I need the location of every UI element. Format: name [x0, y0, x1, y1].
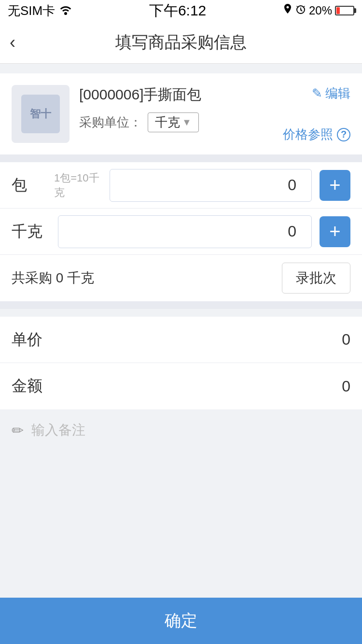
dropdown-arrow-icon: ▼	[182, 117, 192, 128]
price-reference-button[interactable]: 价格参照 ?	[283, 126, 350, 143]
confirm-button[interactable]: 确定	[0, 598, 362, 644]
pencil-icon: ✏	[12, 422, 24, 439]
amount-row: 金额 0	[0, 363, 362, 409]
summary-row: 共采购 0 千克 录批次	[0, 255, 362, 301]
kg-plus-button[interactable]: +	[320, 216, 350, 247]
bag-sub-label: 1包=10千克	[54, 171, 102, 200]
unit-price-row: 单价 0	[0, 317, 362, 363]
product-thumbnail: 智十	[12, 85, 70, 143]
amount-label: 金额	[12, 376, 42, 397]
info-icon: ?	[337, 128, 350, 141]
page-title: 填写商品采购信息	[115, 31, 247, 54]
product-card: 智十 [0000006]手撕面包 采购单位： 千克 ▼ ✎ 编辑 价格参照 ?	[0, 73, 362, 154]
remark-section[interactable]: ✏ 输入备注	[0, 409, 362, 487]
unit-price-value: 0	[342, 331, 350, 349]
edit-button[interactable]: ✎ 编辑	[312, 85, 350, 102]
summary-amount: 0	[56, 270, 64, 285]
remark-placeholder: 输入备注	[31, 421, 85, 439]
amount-value: 0	[342, 378, 350, 395]
carrier-label: 无SIM卡	[8, 2, 55, 19]
divider-2	[0, 301, 362, 309]
product-thumb-logo: 智十	[21, 95, 60, 133]
status-bar: 无SIM卡 下午6:12 20%	[0, 0, 362, 21]
price-section: 单价 0 金额 0	[0, 317, 362, 409]
bag-label: 包	[12, 175, 50, 196]
summary-text: 共采购 0 千克	[12, 269, 94, 287]
battery-icon	[335, 6, 354, 15]
divider-1	[0, 154, 362, 162]
battery-percent: 20%	[309, 4, 332, 17]
nav-bar: ‹ 填写商品采购信息	[0, 21, 362, 64]
status-time: 下午6:12	[149, 1, 206, 21]
kg-label: 千克	[12, 221, 50, 242]
status-right: 20%	[283, 4, 354, 17]
unit-label: 采购单位：	[79, 114, 142, 131]
unit-selector[interactable]: 千克 ▼	[148, 112, 199, 132]
back-button[interactable]: ‹	[10, 32, 15, 53]
bag-input[interactable]	[110, 169, 312, 202]
alarm-icon	[295, 4, 306, 17]
quantity-section: 包 1包=10千克 + 千克 +	[0, 162, 362, 255]
unit-price-label: 单价	[12, 329, 42, 350]
bag-row: 包 1包=10千克 +	[0, 162, 362, 209]
edit-icon: ✎	[312, 86, 322, 101]
location-icon	[283, 4, 292, 17]
bag-plus-button[interactable]: +	[320, 170, 350, 201]
kg-row: 千克 +	[0, 209, 362, 255]
wifi-icon	[59, 3, 72, 18]
batch-button[interactable]: 录批次	[282, 263, 350, 294]
kg-input[interactable]	[58, 215, 312, 248]
status-left: 无SIM卡	[8, 2, 72, 19]
product-info: [0000006]手撕面包 采购单位： 千克 ▼	[79, 85, 350, 132]
product-name: [0000006]手撕面包	[79, 85, 350, 105]
